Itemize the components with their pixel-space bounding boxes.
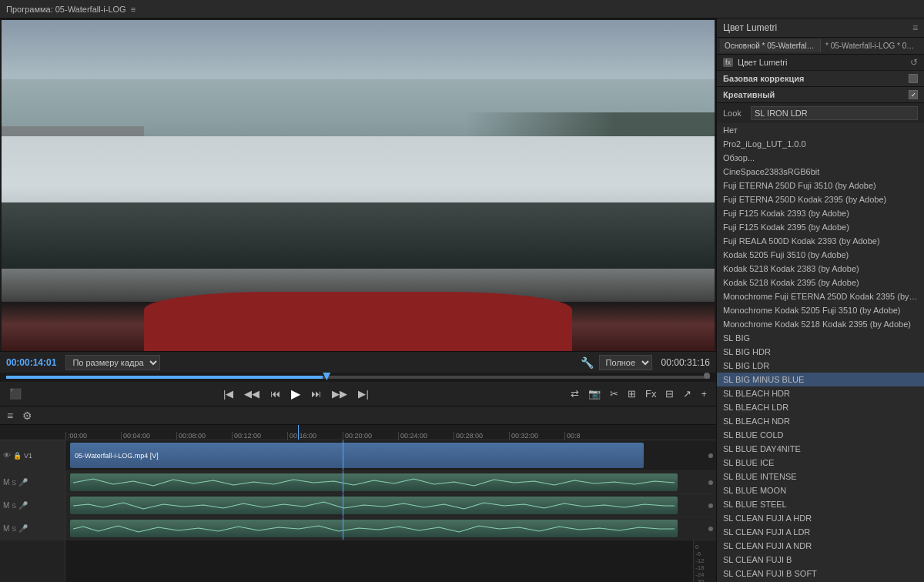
track-mic-a3[interactable]: 🎤	[18, 524, 28, 533]
progress-bar-track[interactable]	[6, 376, 710, 379]
ruler-mark-8: 00:32:00	[509, 432, 564, 440]
track-eye-a3[interactable]: M	[3, 524, 9, 533]
dropdown-item-15[interactable]: Monochrome Kodak 5218 Kodak 2395 (by Ado…	[717, 317, 924, 331]
dropdown-item-5[interactable]: Fuji ETERNA 250D Fuji 3510 (by Adobe)	[717, 179, 924, 192]
video-water	[2, 202, 715, 269]
ruler-mark-1: 00:04:00	[121, 432, 176, 440]
dropdown-item-26[interactable]: SL BLUE INTENSE	[717, 470, 924, 483]
section-creative[interactable]: Креативный	[717, 87, 924, 103]
track-eye-a2[interactable]: M	[3, 501, 9, 510]
dropdown-item-2[interactable]: Pro2_iLog_LUT_1.0.0	[717, 137, 924, 151]
add-track-btn[interactable]: +	[698, 386, 710, 402]
step-back-btn[interactable]: |◀	[220, 386, 236, 402]
dropdown-item-27[interactable]: SL BLUE MOON	[717, 483, 924, 497]
fx-tab-0[interactable]: Основной * 05-Waterfall-i-L...	[720, 39, 821, 52]
prev-clip-btn[interactable]: ⏮	[267, 386, 283, 402]
fx-tab-1[interactable]: * 05-Waterfall-i-LOG * 05-W	[821, 39, 921, 52]
mark-in-btn[interactable]: ⬛	[6, 386, 25, 402]
section-creative-checkbox[interactable]	[909, 90, 918, 99]
dropdown-item-8[interactable]: Fuji F125 Kodak 2395 (by Adobe)	[717, 220, 924, 234]
track-eye-a1[interactable]: M	[3, 478, 9, 487]
dropdown-item-24[interactable]: SL BLUE DAY4NITE	[717, 442, 924, 456]
track-content-v1[interactable]: 05-Waterfall-i-LOG.mp4 [V]	[65, 440, 716, 470]
quality-dropdown[interactable]: Полное	[599, 355, 652, 370]
dropdown-item-25[interactable]: SL BLUE ICE	[717, 456, 924, 470]
look-dropdown[interactable]: SL IRON LDR	[751, 106, 918, 120]
loop-btn[interactable]: ⇄	[567, 386, 582, 402]
reset-icon[interactable]: ↺	[910, 57, 918, 68]
audio-clip-a3[interactable]	[70, 520, 678, 537]
track-header-a1: M S 🎤	[0, 471, 65, 493]
dropdown-item-6[interactable]: Fuji ETERNA 250D Kodak 2395 (by Adobe)	[717, 192, 924, 206]
dropdown-item-17[interactable]: SL BIG HDR	[717, 345, 924, 359]
dropdown-item-4[interactable]: CineSpace2383sRGB6bit	[717, 165, 924, 179]
dropdown-item-10[interactable]: Kodak 5205 Fuji 3510 (by Adobe)	[717, 248, 924, 262]
program-menu-icon[interactable]: ≡	[131, 5, 136, 14]
audio-clip-a1[interactable]	[70, 473, 678, 491]
fx-btn[interactable]: Fx	[642, 386, 659, 402]
play-btn[interactable]: ▶	[288, 384, 303, 403]
next-clip-btn[interactable]: ▶▶	[329, 386, 350, 402]
track-eye-v1[interactable]: 👁	[3, 451, 11, 460]
dropdown-item-9[interactable]: Fuji REALA 500D Kodak 2393 (by Adobe)	[717, 234, 924, 248]
dropdown-item-32[interactable]: SL CLEAN FUJI B	[717, 553, 924, 567]
track-lock-v1[interactable]: 🔒	[13, 452, 22, 460]
scroll-dot-v1	[708, 453, 713, 458]
track-solo-a2[interactable]: S	[12, 502, 16, 510]
dropdown-list[interactable]: НетPro2_iLog_LUT_1.0.0Обзор...CineSpace2…	[717, 123, 924, 582]
track-solo-a3[interactable]: S	[12, 525, 16, 533]
dropdown-item-7[interactable]: Fuji F125 Kodak 2393 (by Adobe)	[717, 206, 924, 220]
progress-bar-container[interactable]	[0, 373, 716, 382]
section-base-checkbox[interactable]	[909, 74, 918, 83]
dropdown-item-1[interactable]: Нет	[717, 123, 924, 137]
track-content-a3[interactable]	[65, 517, 716, 540]
track-content-a1[interactable]	[65, 471, 716, 493]
lumetri-menu-icon[interactable]: ≡	[912, 22, 918, 33]
dropdown-item-11[interactable]: Kodak 5218 Kodak 2383 (by Adobe)	[717, 262, 924, 276]
prev-frame-btn[interactable]: ◀◀	[241, 386, 263, 402]
dropdown-item-14[interactable]: Monochrome Kodak 5205 Fuji 3510 (by Adob…	[717, 303, 924, 317]
export-btn[interactable]: ↗	[680, 386, 695, 402]
dropdown-item-20[interactable]: SL BLEACH HDR	[717, 386, 924, 400]
ruler-mark-9: 00:8	[564, 432, 620, 440]
dropdown-item-28[interactable]: SL BLUE STEEL	[717, 497, 924, 511]
dropdown-item-33[interactable]: SL CLEAN FUJI B SOFT	[717, 567, 924, 580]
lumetri-title: Цвет Lumetri	[723, 22, 777, 33]
dropdown-item-22[interactable]: SL BLEACH NDR	[717, 414, 924, 428]
dropdown-item-30[interactable]: SL CLEAN FUJI A LDR	[717, 525, 924, 539]
track-solo-a1[interactable]: S	[12, 479, 16, 487]
section-base-correction[interactable]: Базовая коррекция	[717, 71, 924, 87]
audio-clip-a2[interactable]	[70, 497, 678, 514]
dropdown-item-23[interactable]: SL BLUE COLD	[717, 428, 924, 442]
dropdown-item-16[interactable]: SL BIG	[717, 331, 924, 345]
split-btn[interactable]: ✂	[607, 386, 621, 402]
dropdown-item-19[interactable]: SL BIG MINUS BLUE	[717, 373, 924, 386]
track-mic-a2[interactable]: 🎤	[18, 501, 28, 510]
timeline-menu-icon[interactable]: ≡	[5, 408, 15, 423]
next-frame-btn[interactable]: ⏭	[308, 386, 324, 402]
scroll-dot-a3	[708, 527, 713, 531]
fx-name: Цвет Lumetri	[738, 58, 906, 67]
camera-btn[interactable]: 📷	[585, 386, 604, 402]
fit-dropdown[interactable]: По размеру кадра	[65, 355, 160, 370]
dropdown-item-29[interactable]: SL CLEAN FUJI A HDR	[717, 511, 924, 525]
dropdown-item-21[interactable]: SL BLEACH LDR	[717, 400, 924, 414]
insert-btn[interactable]: ⊞	[624, 386, 639, 402]
video-clip-v1[interactable]: 05-Waterfall-i-LOG.mp4 [V]	[70, 443, 644, 468]
dropdown-item-18[interactable]: SL BIG LDR	[717, 359, 924, 373]
track-content-a2[interactable]	[65, 494, 716, 517]
grid-btn[interactable]: ⊟	[662, 386, 677, 402]
track-row-v1: 👁 🔒 V1 05-Waterfall-i-LOG.mp4 [V]	[0, 440, 716, 471]
video-vehicle	[144, 292, 572, 351]
section-creative-title: Креативный	[723, 90, 775, 99]
dropdown-item-31[interactable]: SL CLEAN FUJI A NDR	[717, 539, 924, 553]
timeline-settings-icon[interactable]: ⚙	[20, 408, 35, 423]
top-bar: Программа: 05-Waterfall-i-LOG ≡	[0, 0, 924, 18]
dropdown-item-3[interactable]: Обзор...	[717, 151, 924, 165]
dropdown-item-13[interactable]: Monochrome Fuji ETERNA 250D Kodak 2395 (…	[717, 289, 924, 303]
track-mic-a1[interactable]: 🎤	[18, 478, 28, 487]
go-end-btn[interactable]: ▶|	[355, 386, 371, 402]
fx-tabs-row: Основной * 05-Waterfall-i-L... * 05-Wate…	[717, 38, 924, 55]
transport-left: ⬛	[6, 388, 25, 400]
dropdown-item-12[interactable]: Kodak 5218 Kodak 2395 (by Adobe)	[717, 276, 924, 289]
